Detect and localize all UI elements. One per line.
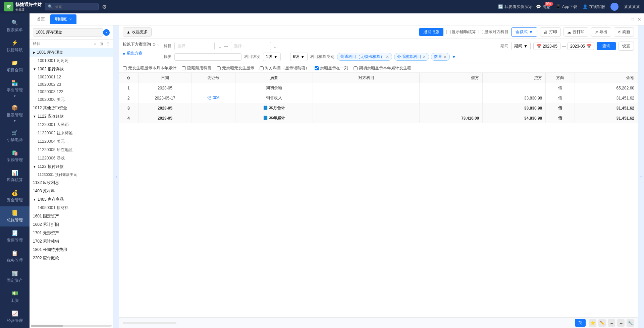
tree-item-10020003[interactable]: 10020003 122 xyxy=(30,88,113,95)
window-close-icon[interactable]: ✕ xyxy=(637,17,641,22)
list-view-icon[interactable]: ≡ xyxy=(94,42,96,46)
tab-close-icon[interactable]: ✕ xyxy=(69,17,72,21)
tree-item-1405[interactable]: ▼ 1405 库存商品 xyxy=(30,195,113,204)
sidebar-item-tax[interactable]: 📋 税务管理 xyxy=(0,247,30,267)
right-expand-panel[interactable]: › xyxy=(638,25,644,328)
tree-item-1122[interactable]: ▼ 1122 应收账款 xyxy=(30,112,113,121)
subject-level-start[interactable]: 1级 ▼ xyxy=(263,53,281,61)
tree-item-11220004[interactable]: 11220004 美元 xyxy=(30,137,113,146)
online-service-btn[interactable]: 👤 在线客服 xyxy=(583,4,605,10)
sidebar-item-inventory[interactable]: 📊 库存核算 xyxy=(0,166,30,186)
sidebar-item-salary[interactable]: 💵 工资 xyxy=(0,287,30,307)
language-btn[interactable]: 英 xyxy=(575,319,586,327)
th-settings[interactable]: ⚙ xyxy=(119,73,139,83)
sidebar-item-invoice[interactable]: 🧾 发票管理 xyxy=(0,226,30,247)
show-check-checkbox[interactable]: 显示辅助核算 xyxy=(446,29,476,35)
settings-filter-icon[interactable]: ⚙ xyxy=(152,42,156,47)
window-maximize-icon[interactable]: □ xyxy=(631,17,634,22)
tree-item-2202[interactable]: 2202 应付账款 xyxy=(30,254,113,262)
tree-item-10020001[interactable]: 10020001 12 xyxy=(30,73,113,81)
tree-item-11220006[interactable]: 11220006 游戏 xyxy=(30,154,113,162)
show-check-input[interactable] xyxy=(446,30,450,34)
topbar-search-box[interactable]: 🔍 xyxy=(45,3,99,10)
bottom-icon-edit[interactable]: ✏️ xyxy=(598,319,606,327)
demo-link[interactable]: 🔄 我要看实例演示 xyxy=(498,4,533,10)
more-categories-btn[interactable]: ▼ xyxy=(452,55,456,59)
tag-close-0[interactable]: ✕ xyxy=(386,55,389,59)
tree-item-1123[interactable]: ▼ 1123 预付账款 xyxy=(30,162,113,171)
tag-close-1[interactable]: ✕ xyxy=(423,55,426,59)
subject-end-input[interactable]: 选择... xyxy=(231,42,271,50)
setup-btn[interactable]: 设置 xyxy=(619,42,634,51)
period-end-select[interactable]: 2023-05 📅 xyxy=(567,43,594,50)
sidebar-item-assets[interactable]: 🏢 固定资产 xyxy=(0,267,30,287)
query-btn[interactable]: 查询 xyxy=(597,42,616,50)
show-opposite-input[interactable] xyxy=(479,30,483,34)
tab-ledger[interactable]: 明细账 ✕ xyxy=(50,14,76,24)
subject-level-end[interactable]: 6级 ▼ xyxy=(290,53,308,61)
window-minimize-icon[interactable]: — xyxy=(623,17,628,22)
cb-show-ytd[interactable]: 期初余额显示本年累计发生额 xyxy=(354,65,411,71)
sidebar-item-operations[interactable]: 📈 经营管理 xyxy=(0,307,30,327)
sidebar-item-nav[interactable]: ⚡ 快捷导航 xyxy=(0,36,30,56)
cb-no-balance2-input[interactable] xyxy=(217,66,221,70)
cb-no-balance[interactable]: 无发生额显示本月本年累计 xyxy=(123,65,176,71)
filter-scheme-btn[interactable]: ● 系统方案 xyxy=(123,51,160,56)
tree-item-1601[interactable]: 1601 固定资产 xyxy=(30,212,113,220)
sidebar-item-purchase[interactable]: 🛍️ 采购管理 xyxy=(0,146,30,166)
tree-item-1403[interactable]: 1403 原材料 xyxy=(30,187,113,195)
print-btn[interactable]: 🖨 打印 xyxy=(540,27,561,37)
tab-home[interactable]: 首页 xyxy=(32,14,50,24)
tree-item-1002[interactable]: ▼ 1002 银行存款 xyxy=(30,65,113,73)
tree-item-1132[interactable]: 1132 应收利息 xyxy=(30,179,113,187)
bottom-icon-cloud1[interactable]: ☁ xyxy=(608,319,615,327)
tree-item-10020002[interactable]: 10020002 23 xyxy=(30,81,113,88)
grid-view-icon[interactable]: ⊞ xyxy=(100,42,103,46)
cb-balance-one-col[interactable]: 余额显示在一列 xyxy=(315,65,348,71)
sidebar-item-ecommerce[interactable]: 🛒 小畅电商 xyxy=(0,126,30,146)
cb-show-opposite-input[interactable] xyxy=(260,66,264,70)
bottom-icon-tools[interactable]: 🔧 xyxy=(627,319,634,327)
summary-input[interactable] xyxy=(174,53,241,61)
cloud-print-btn[interactable]: ☁ 云打印 xyxy=(564,27,588,37)
bottom-scrollbar-area[interactable] xyxy=(123,322,176,324)
refresh-btn[interactable]: ↺ 刷新 xyxy=(614,27,634,37)
back-old-version-btn[interactable]: 退回旧版 xyxy=(419,28,443,36)
tree-item-1702[interactable]: 1702 累计摊销 xyxy=(30,237,113,246)
messages-btn[interactable]: 💬 消息 99+ xyxy=(536,4,550,10)
settings-icon[interactable]: ⚙ xyxy=(102,4,107,10)
sidebar-item-project[interactable]: 📁 项目合同 xyxy=(0,56,30,76)
subject-start-input[interactable]: 选择... xyxy=(174,42,215,50)
tree-item-1001[interactable]: ▶ 1001 库存现金 xyxy=(30,48,113,57)
sidebar-item-wholesale[interactable]: 📦 批发管理 ▼ xyxy=(0,101,30,126)
cb-balance-one-col-input[interactable] xyxy=(315,66,319,70)
tree-item-10010001[interactable]: 10010001 呵呵呵 xyxy=(30,57,113,65)
app-download-btn[interactable]: 📱 App下载 xyxy=(556,4,577,10)
tree-item-14050001[interactable]: 14050001 原材料 xyxy=(30,204,113,212)
tree-item-1602[interactable]: 1602 累计折旧 xyxy=(30,220,113,229)
expand-more-btn[interactable]: ▲ 收起更多 xyxy=(123,27,152,37)
cb-hide-disabled[interactable]: 隐藏禁用科目 xyxy=(182,65,211,71)
tree-item-1012[interactable]: 1012 其他货币资金 xyxy=(30,104,113,112)
sidebar-item-fund[interactable]: 💰 资金管理 xyxy=(0,186,30,206)
export-btn[interactable]: ↗ 导出 xyxy=(591,27,611,37)
tree-item-11220002[interactable]: 11220002 往来标签 xyxy=(30,129,113,137)
period-start-select[interactable]: 📅 2023-05 xyxy=(533,43,560,50)
cb-show-opposite[interactable]: 对方科目（显示辅助项） xyxy=(260,65,309,71)
user-avatar[interactable] xyxy=(610,3,619,11)
sidebar-item-accounting[interactable]: 📒 总账管理 xyxy=(0,206,30,226)
cb-no-balance2[interactable]: 无余额无发生显示 xyxy=(217,65,254,71)
period-mode-select[interactable]: 期间 ▼ xyxy=(511,42,531,50)
collapse-all-icon[interactable]: ⊟ xyxy=(106,42,110,46)
cb-show-ytd-input[interactable] xyxy=(354,66,358,70)
cb-no-balance-input[interactable] xyxy=(123,66,127,70)
topbar-search-input[interactable] xyxy=(54,4,96,9)
cb-hide-disabled-input[interactable] xyxy=(182,66,186,70)
tree-item-11230001[interactable]: 11230001 预付账款美元 xyxy=(30,171,113,179)
bottom-icon-cloud2[interactable]: ☁ xyxy=(617,319,625,327)
horizontal-scrollbar[interactable] xyxy=(123,322,176,324)
tree-item-1701[interactable]: 1701 无形资产 xyxy=(30,229,113,237)
cell-row2-voucher[interactable]: 记-006 xyxy=(192,93,235,103)
tree-item-10020006[interactable]: 10020006 美元 xyxy=(30,95,113,104)
collapse-filter-icon[interactable]: ‹ xyxy=(157,42,159,47)
